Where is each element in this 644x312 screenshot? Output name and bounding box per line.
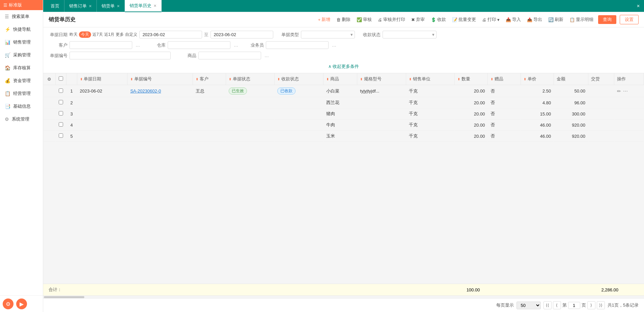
- customer-ellipsis-btn[interactable]: …: [136, 43, 140, 48]
- tab-home[interactable]: 首页: [46, 0, 64, 12]
- close-sales-delivery-icon[interactable]: ✕: [117, 0, 120, 12]
- tab-sales-history[interactable]: 销货单历史 ✕: [125, 0, 162, 12]
- audit-print-button[interactable]: 🖨 审核并打印: [376, 16, 407, 23]
- collect-status-select[interactable]: [383, 31, 437, 38]
- filter-more-btn[interactable]: ∧ 收起更多条件: [49, 62, 639, 71]
- abandon-label: 弃审: [416, 17, 425, 23]
- content-area: ⚙ ⬍ 单据日期 ⬍ 单据编号 ⬍ 客户 ⬍ 单据状态 ⬍ 收款状态 ⬍ 商品 …: [43, 73, 644, 312]
- per-page-select[interactable]: 50 100 200: [516, 302, 541, 309]
- date-custom[interactable]: 自定义: [125, 32, 137, 37]
- col-doc-no[interactable]: ⬍ 单据编号: [128, 73, 193, 85]
- sidebar-item-capital-mgmt[interactable]: 💰 资金管理: [0, 74, 43, 87]
- row-checkbox-cell[interactable]: [55, 131, 66, 142]
- edit-icon[interactable]: ✏: [617, 88, 621, 94]
- next-page-btn[interactable]: ⟩: [587, 301, 595, 309]
- sidebar-item-purchase-mgmt[interactable]: 🛒 采购管理: [0, 49, 43, 61]
- audit-button[interactable]: ✅ 审核: [355, 16, 373, 23]
- tab-home-label: 首页: [51, 0, 59, 12]
- date-from-input[interactable]: [139, 31, 202, 38]
- delete-button[interactable]: 🗑 删除: [335, 16, 352, 23]
- goods-input[interactable]: [198, 52, 261, 59]
- row-checkbox[interactable]: [59, 111, 63, 115]
- col-spec[interactable]: ⬍ 规格型号: [357, 73, 406, 85]
- row-checkbox-cell[interactable]: [55, 108, 66, 120]
- last-page-btn[interactable]: ⟩⟩: [597, 301, 605, 309]
- agent-input[interactable]: [266, 41, 329, 49]
- col-collect-status[interactable]: ⬍ 收款状态: [275, 73, 324, 85]
- date-more[interactable]: 更多: [116, 32, 124, 37]
- batch-change-button[interactable]: 📝 批量变更: [451, 16, 477, 23]
- warehouse-input[interactable]: [168, 41, 230, 49]
- col-gift[interactable]: ⬍ 赠品: [488, 73, 521, 85]
- first-page-btn[interactable]: ⟨⟨: [543, 301, 552, 309]
- row-checkbox-cell[interactable]: [55, 85, 66, 97]
- close-all-tabs-btn[interactable]: ✕: [637, 4, 640, 8]
- col-customer[interactable]: ⬍ 客户: [193, 73, 226, 85]
- sidebar-item-search-menu[interactable]: ☰ 搜索菜单: [0, 10, 43, 23]
- warehouse-ellipsis-btn[interactable]: …: [234, 43, 238, 48]
- sales-icon: 📊: [5, 40, 10, 45]
- date-7days[interactable]: 近7天: [92, 32, 103, 37]
- close-sales-history-icon[interactable]: ✕: [153, 0, 157, 12]
- query-button[interactable]: 查询: [598, 15, 616, 24]
- table-footer: 合计： 100.00 2,286.00: [43, 284, 644, 295]
- col-goods[interactable]: ⬍ 商品: [323, 73, 357, 85]
- date-1month[interactable]: 近1月: [104, 32, 115, 37]
- goods-ellipsis-btn[interactable]: …: [264, 53, 269, 58]
- sys-icon: ⚙: [5, 116, 9, 122]
- sidebar-collapse-btn[interactable]: ▶: [16, 298, 27, 309]
- collect-button[interactable]: 💲 收款: [429, 16, 447, 23]
- close-sales-order-icon[interactable]: ✕: [89, 0, 92, 12]
- more-icon[interactable]: ⋯: [623, 88, 628, 94]
- date-to-input[interactable]: [211, 31, 273, 38]
- row-collect-status: [275, 108, 324, 120]
- new-button[interactable]: + 新增: [316, 16, 332, 23]
- row-checkbox[interactable]: [59, 122, 63, 127]
- agent-ellipsis-btn[interactable]: …: [332, 43, 336, 48]
- row-doc-no[interactable]: SA-20230602-0: [128, 85, 193, 97]
- row-checkbox[interactable]: [59, 88, 63, 93]
- refresh-button[interactable]: 🔄 刷新: [547, 16, 565, 23]
- col-doc-date[interactable]: ⬍ 单据日期: [77, 73, 128, 85]
- docno-input[interactable]: [69, 52, 171, 59]
- sidebar-item-inventory[interactable]: 🏠 库存核算: [0, 61, 43, 74]
- prev-page-btn[interactable]: ⟨: [553, 301, 561, 309]
- sidebar-settings-btn[interactable]: ⚙: [3, 298, 13, 309]
- abandon-button[interactable]: ✖ 弃审: [410, 16, 426, 23]
- scrollbar-thumb[interactable]: [44, 296, 84, 298]
- doc-no-link[interactable]: SA-20230602-0: [130, 88, 161, 94]
- row-doc-no: [128, 97, 193, 108]
- sidebar-item-ops-mgmt[interactable]: 📋 经营管理: [0, 87, 43, 100]
- row-checkbox-cell[interactable]: [55, 120, 66, 131]
- col-gear[interactable]: ⚙: [43, 73, 55, 85]
- sidebar-item-sys-mgmt[interactable]: ⚙ 系统管理: [0, 113, 43, 126]
- row-checkbox[interactable]: [59, 100, 63, 104]
- date-yesterday[interactable]: 昨天: [69, 32, 78, 37]
- sidebar-item-basic-info[interactable]: 📑 基础信息: [0, 100, 43, 113]
- horizontal-scrollbar[interactable]: [43, 295, 644, 298]
- export-button[interactable]: 📤 导出: [526, 16, 543, 23]
- show-detail-button[interactable]: 📋 显示明细: [568, 16, 595, 23]
- col-unit[interactable]: ⬍ 销售单位: [406, 73, 455, 85]
- tab-sales-delivery[interactable]: 销货单 ✕: [97, 0, 125, 12]
- sidebar-item-sales-mgmt[interactable]: 📊 销售管理: [0, 36, 43, 49]
- col-price[interactable]: ⬍ 单价: [521, 73, 554, 85]
- setting-button[interactable]: 设置: [620, 15, 639, 24]
- date-today[interactable]: 今天: [79, 31, 91, 38]
- table-row: 3猪肉千克20.00否15.00300.00: [43, 108, 644, 120]
- row-checkbox-cell[interactable]: [55, 97, 66, 108]
- customer-input[interactable]: [69, 41, 132, 49]
- doc-type-select[interactable]: [301, 31, 355, 38]
- sidebar-item-quick-nav[interactable]: ⚡ 快捷导航: [0, 23, 43, 36]
- import-button[interactable]: 📥 导入: [504, 16, 522, 23]
- total-qty: 100.00: [467, 287, 601, 292]
- page-input[interactable]: [568, 302, 580, 309]
- col-qty[interactable]: ⬍ 数量: [455, 73, 488, 85]
- tab-sales-order[interactable]: 销售订单 ✕: [64, 0, 97, 12]
- col-doc-status[interactable]: ⬍ 单据状态: [226, 73, 275, 85]
- batch-change-icon: 📝: [452, 17, 457, 22]
- select-all-checkbox[interactable]: [59, 76, 63, 81]
- row-checkbox[interactable]: [59, 133, 63, 138]
- purchase-icon: 🛒: [5, 52, 10, 58]
- print-button[interactable]: 🖨 打印 ▾: [481, 16, 501, 23]
